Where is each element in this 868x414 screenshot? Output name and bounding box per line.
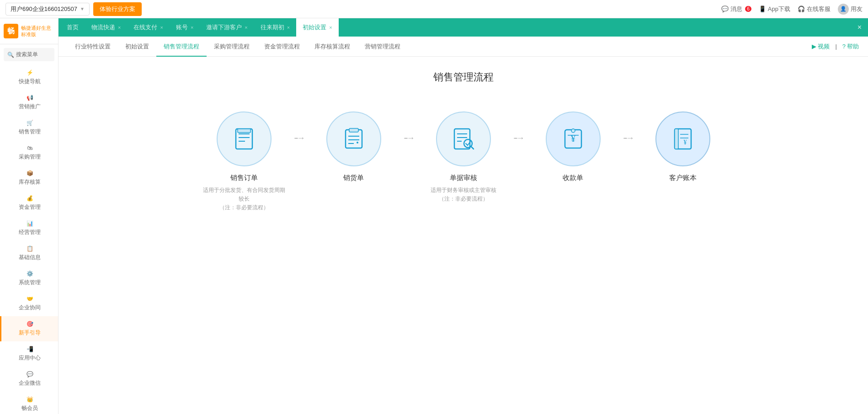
close-all-tabs-button[interactable]: × <box>853 23 866 32</box>
sidebar-item-purchase[interactable]: 🛍 采购管理 <box>0 140 58 165</box>
app-icon: 📲 <box>27 346 33 352</box>
page-title: 销售管理流程 <box>77 70 850 84</box>
nav-tab-logistics[interactable]: 物流快递 × <box>85 18 127 37</box>
flow-label-audit: 单据审核 <box>450 174 477 182</box>
sidebar-item-collab[interactable]: 🤝 企业协同 <box>0 291 58 316</box>
wechat-icon: 💬 <box>27 371 33 377</box>
nav-tab-initial[interactable]: 初始设置 × <box>296 18 338 37</box>
sidebar-item-guide[interactable]: 🎯 新手引导 <box>0 316 58 341</box>
nav-tabs-bar: 首页 物流快递 × 在线支付 × 账号 × 邀请下游客户 × 往来期初 × <box>59 18 868 37</box>
flow-circle-account-book: ¥ <box>655 111 710 166</box>
bag-icon: 🛍 <box>27 145 32 151</box>
megaphone-icon: 📢 <box>27 95 33 101</box>
nav-tab-period[interactable]: 往来期初 × <box>254 18 296 37</box>
user-avatar-item[interactable]: 👤 用友 <box>838 4 863 15</box>
svg-point-22 <box>571 129 575 133</box>
sales-order-icon <box>231 126 257 152</box>
svg-rect-6 <box>349 128 358 132</box>
flow-arrow-1: - - → <box>285 111 313 143</box>
sidebar-item-wechat[interactable]: 💬 企业微信 <box>0 366 58 392</box>
team-icon: 🤝 <box>27 296 33 302</box>
sidebar-item-quick-nav[interactable]: ⚡ 快捷导航 <box>0 65 58 90</box>
box-icon: 📦 <box>27 170 33 176</box>
sidebar-search[interactable]: 🔍 搜索菜单 <box>0 44 58 65</box>
receipt-icon: ¥ <box>560 126 586 152</box>
svg-rect-5 <box>346 130 362 148</box>
setting-icon: ⚙️ <box>27 271 33 277</box>
close-account-icon[interactable]: × <box>191 25 193 30</box>
flow-label-sales-order: 销售订单 <box>230 174 258 182</box>
close-initial-icon[interactable]: × <box>329 25 332 30</box>
top-bar-left: 用户690企业1660120507 ▼ 体验行业方案 <box>5 2 142 16</box>
service-item[interactable]: 🎧 在线客服 <box>798 5 831 13</box>
chart-icon: 📊 <box>27 220 33 227</box>
trial-button[interactable]: 体验行业方案 <box>93 2 142 16</box>
sidebar-logo: 畅 畅捷通好生意 标准版 <box>0 18 58 44</box>
nav-tab-payment[interactable]: 在线支付 × <box>127 18 169 37</box>
flow-diagram: 销售订单 适用于分批发货、有合同发货周期较长（注：非必要流程） - - → <box>77 111 850 212</box>
help-link[interactable]: ? 帮助 <box>842 42 859 51</box>
sidebar-item-inventory[interactable]: 📦 库存核算 <box>0 165 58 191</box>
video-link[interactable]: ▶ 视频 <box>812 42 830 51</box>
sub-tab-industry[interactable]: 行业特性设置 <box>68 37 118 57</box>
help-icon: ? <box>842 43 846 50</box>
sidebar: 畅 畅捷通好生意 标准版 🔍 搜索菜单 ⚡ 快捷导航 📢 营销推广 🛒 销售管理… <box>0 18 59 414</box>
sidebar-item-basic[interactable]: 📋 基础信息 <box>0 241 58 266</box>
vip-icon: 👑 <box>27 396 33 403</box>
grid-icon: ⚡ <box>27 69 33 76</box>
sub-tab-marketing-flow[interactable]: 营销管理流程 <box>357 37 408 57</box>
flow-arrow-3: - - → <box>505 111 532 143</box>
message-icon: 💬 <box>721 5 729 12</box>
flow-step-sales-order: 销售订单 适用于分批发货、有合同发货周期较长（注：非必要流程） <box>203 111 285 212</box>
message-badge: 6 <box>745 6 751 12</box>
sub-tabs: 行业特性设置 初始设置 销售管理流程 采购管理流程 资金管理流程 库存核算流程 <box>59 37 868 57</box>
message-label: 消息 <box>730 5 742 13</box>
close-invite-icon[interactable]: × <box>245 25 247 30</box>
sidebar-item-finance[interactable]: 💰 资金管理 <box>0 191 58 216</box>
close-payment-icon[interactable]: × <box>160 25 163 30</box>
search-icon: 🔍 <box>7 52 14 58</box>
search-menu-button[interactable]: 🔍 搜索菜单 <box>4 48 54 61</box>
sub-tab-sales-flow[interactable]: 销售管理流程 <box>156 37 207 57</box>
svg-text:¥: ¥ <box>683 139 687 146</box>
flow-arrow-2: - - → <box>395 111 422 143</box>
sub-tab-inventory-check[interactable]: 库存核算流程 <box>307 37 357 57</box>
sidebar-item-system[interactable]: ⚙️ 系统管理 <box>0 266 58 291</box>
service-label: 在线客服 <box>807 5 831 13</box>
message-item[interactable]: 💬 消息 6 <box>721 5 751 13</box>
account-book-icon: ¥ <box>670 126 696 152</box>
flow-label-sales-invoice: 销货单 <box>343 174 364 182</box>
flow-arrow-4: - - → <box>614 111 642 143</box>
sidebar-item-appstore[interactable]: 📲 应用中心 <box>0 341 58 366</box>
top-bar: 用户690企业1660120507 ▼ 体验行业方案 💬 消息 6 📱 App下… <box>0 0 868 18</box>
nav-tab-account[interactable]: 账号 × <box>170 18 200 37</box>
wallet-icon: 💰 <box>27 195 33 202</box>
top-bar-right: 💬 消息 6 📱 App下载 🎧 在线客服 👤 用友 <box>721 4 863 15</box>
avatar: 👤 <box>838 4 849 15</box>
sub-tab-purchase-flow[interactable]: 采购管理流程 <box>207 37 257 57</box>
nav-tab-invite[interactable]: 邀请下游客户 × <box>200 18 254 37</box>
flow-circle-audit <box>436 111 491 166</box>
flow-step-audit: 单据审核 适用于财务审核或主管审核（注：非必要流程） <box>422 111 505 203</box>
sub-tab-finance-flow[interactable]: 资金管理流程 <box>257 37 307 57</box>
nav-tab-home[interactable]: 首页 <box>60 18 85 37</box>
user-name: 用友 <box>851 5 863 13</box>
flow-step-receipt: ¥ 收款单 <box>532 111 614 186</box>
sub-tab-initial[interactable]: 初始设置 <box>118 37 156 57</box>
sidebar-item-marketing[interactable]: 📢 营销推广 <box>0 90 58 115</box>
sidebar-item-operation[interactable]: 📊 经营管理 <box>0 216 58 241</box>
sidebar-item-vip[interactable]: 👑 畅会员 <box>0 392 58 414</box>
svg-text:¥: ¥ <box>570 133 575 144</box>
user-selector[interactable]: 用户690企业1660120507 ▼ <box>5 3 90 16</box>
close-logistics-icon[interactable]: × <box>118 25 121 30</box>
flow-desc-sales-order: 适用于分批发货、有合同发货周期较长（注：非必要流程） <box>203 186 285 212</box>
flow-circle-receipt: ¥ <box>546 111 601 166</box>
svg-point-10 <box>357 142 358 143</box>
sidebar-item-sales[interactable]: 🛒 销售管理 <box>0 115 58 140</box>
play-icon: ▶ <box>812 43 816 50</box>
guide-icon: 🎯 <box>27 321 33 327</box>
app-download-item[interactable]: 📱 App下载 <box>759 5 790 13</box>
table-icon: 📋 <box>27 245 33 252</box>
phone-icon: 📱 <box>759 5 766 12</box>
close-period-icon[interactable]: × <box>287 25 290 30</box>
